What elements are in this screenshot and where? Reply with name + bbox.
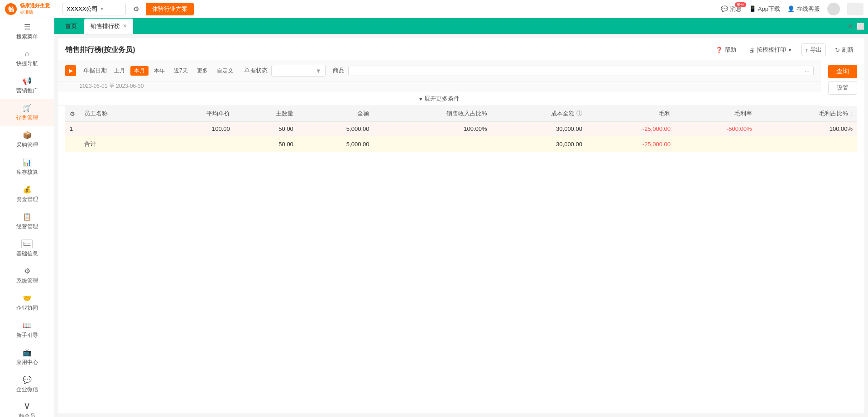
expand-more-button[interactable]: ▾ 展开更多条件 <box>419 95 460 103</box>
system-icon: ⚙ <box>24 267 30 275</box>
date-tab-custom[interactable]: 自定义 <box>213 66 237 76</box>
total-gross-profit: -25,000.00 <box>587 136 675 152</box>
th-gross-rate: 毛利率 <box>675 106 757 122</box>
date-label: 单据日期 <box>83 67 107 75</box>
th-cost-amount: 成本全额 ⓘ <box>492 106 587 122</box>
date-range-display: 2023-06-01 至 2023-06-30 <box>58 81 821 92</box>
cost-info-icon: ⓘ <box>576 110 582 117</box>
status-select[interactable]: ▼ <box>271 65 326 77</box>
svg-text:畅: 畅 <box>8 6 14 13</box>
date-tab-more[interactable]: 更多 <box>193 66 211 76</box>
date-tabs: 上月 本月 本年 近7天 更多 自定义 <box>110 66 237 76</box>
total-spacer <box>65 136 80 152</box>
date-filter-group: 单据日期 上月 本月 本年 近7天 更多 自定义 <box>83 66 237 76</box>
refresh-button[interactable]: ↻ 刷新 <box>831 44 857 56</box>
marketing-icon: 📢 <box>23 77 32 85</box>
message-badge: 99+ <box>735 2 746 7</box>
date-tab-last-month[interactable]: 上月 <box>110 66 129 76</box>
export-icon: ↑ <box>806 47 809 53</box>
sidebar-item-operations[interactable]: 📋 经营管理 <box>0 208 54 235</box>
page-title: 销售排行榜(按业务员) <box>65 45 135 55</box>
th-gross-pct: 毛利占比% ↕ <box>757 106 857 122</box>
content-area: 首页 销售排行榜 ✕ ✕ ⬜ 销售排行榜(按业务员) ❓ 帮助 <box>54 18 868 417</box>
th-amount: 全额 <box>298 106 374 122</box>
help-icon: ❓ <box>715 47 723 53</box>
app-icon: 📱 <box>749 5 756 12</box>
avatar[interactable] <box>827 3 840 15</box>
table-body: 1 100.00 50.00 5,000.00 100.00% 30,000.0… <box>65 122 857 136</box>
top-right-actions: 💬 消息 99+ 📱 App下载 👤 在线客服 <box>721 3 863 15</box>
table-footer: 合计 50.00 5,000.00 30,000.00 -25,000.00 <box>65 136 857 152</box>
sidebar-item-finance[interactable]: 💰 资金管理 <box>0 181 54 208</box>
sidebar-item-inventory[interactable]: 📊 库存核算 <box>0 153 54 181</box>
sidebar-item-search-menu[interactable]: ☰ 搜索菜单 <box>0 18 54 45</box>
total-avg-price <box>157 136 235 152</box>
quick-nav-icon: ⌂ <box>25 50 29 58</box>
print-chevron-icon: ▼ <box>788 48 792 53</box>
template-print-button[interactable]: 🖨 按模板打印 ▼ <box>745 44 796 56</box>
app-download-button[interactable]: 📱 App下载 <box>749 5 780 13</box>
sidebar-item-app-center[interactable]: 📺 应用中心 <box>0 344 54 371</box>
date-tab-7days[interactable]: 近7天 <box>170 66 192 76</box>
message-button[interactable]: 💬 消息 99+ <box>721 5 742 13</box>
main-layout: ☰ 搜索菜单 ⌂ 快捷导航 📢 营销推广 🛒 销售管理 📦 采购管理 📊 库存核… <box>0 18 868 417</box>
total-label: 合计 <box>80 136 157 152</box>
basic-info-icon: EΞ <box>21 240 33 248</box>
trial-button[interactable]: 体验行业方案 <box>146 3 194 15</box>
sidebar-item-system[interactable]: ⚙ 系统管理 <box>0 262 54 289</box>
status-chevron-icon: ▼ <box>316 67 321 74</box>
date-tab-this-year[interactable]: 本年 <box>150 66 168 76</box>
enterprise-icon: 🤝 <box>23 294 32 302</box>
date-range-text: 2023-06-01 至 2023-06-30 <box>80 83 144 89</box>
sidebar-item-member[interactable]: V 畅会员 <box>0 398 54 417</box>
sidebar-item-purchase-mgmt[interactable]: 📦 采购管理 <box>0 126 54 153</box>
sidebar-item-basic-info[interactable]: EΞ 基础信息 <box>0 235 54 262</box>
sidebar-item-sales-mgmt[interactable]: 🛒 销售管理 <box>0 99 54 126</box>
total-gross-pct <box>757 136 857 152</box>
tab-sales-ranking[interactable]: 销售排行榜 ✕ <box>84 19 133 34</box>
total-quantity: 50.00 <box>235 136 298 152</box>
tab-home[interactable]: 首页 <box>58 19 84 34</box>
sidebar-item-guide[interactable]: 📖 新手引导 <box>0 316 54 344</box>
tab-bar-actions: ✕ ⬜ <box>848 23 864 30</box>
purchase-mgmt-icon: 📦 <box>23 131 32 139</box>
company-name: XXXXX公司 <box>67 5 98 13</box>
cell-name <box>80 122 157 136</box>
window-maximize-button[interactable]: ⬜ <box>857 23 864 30</box>
cell-rank: 1 <box>65 122 80 136</box>
goods-filter-group: 商品 ··· <box>333 66 814 76</box>
sidebar-item-wechat[interactable]: 💬 企业微信 <box>0 371 54 398</box>
expand-chevron-icon: ▾ <box>419 96 422 102</box>
logo-text: 畅康通好生意 标准版 <box>20 2 50 15</box>
sidebar: ☰ 搜索菜单 ⌂ 快捷导航 📢 营销推广 🛒 销售管理 📦 采购管理 📊 库存核… <box>0 18 54 417</box>
cell-avg-price: 100.00 <box>157 122 235 136</box>
filter-bar-row1: ▶ 单据日期 上月 本月 本年 近7天 更多 自定义 <box>58 60 821 81</box>
settings-button[interactable]: 设置 <box>828 81 857 95</box>
export-button[interactable]: ↑ 导出 <box>801 43 826 56</box>
tab-bar: 首页 销售排行榜 ✕ ✕ ⬜ <box>54 18 868 34</box>
gear-button[interactable]: ⚙ <box>129 3 142 15</box>
sort-icon: ↕ <box>850 110 853 117</box>
cell-cost-amount: 30,000.00 <box>492 122 587 136</box>
total-gross-rate <box>675 136 757 152</box>
inventory-icon: 📊 <box>23 158 32 167</box>
query-button[interactable]: 查询 <box>828 65 857 78</box>
expand-arrow[interactable]: ▶ <box>65 65 76 76</box>
date-tab-this-month[interactable]: 本月 <box>130 66 149 76</box>
online-service-button[interactable]: 👤 在线客服 <box>787 5 820 13</box>
page-actions: ❓ 帮助 🖨 按模板打印 ▼ ↑ 导出 ↻ 刷新 <box>712 43 857 56</box>
company-selector[interactable]: XXXXX公司 ▼ <box>62 3 126 15</box>
table-settings-icon[interactable]: ⚙ <box>70 110 75 117</box>
goods-select[interactable]: ··· <box>348 66 814 76</box>
print-icon: 🖨 <box>749 47 755 53</box>
sidebar-item-quick-nav[interactable]: ⌂ 快捷导航 <box>0 45 54 72</box>
th-settings[interactable]: ⚙ <box>65 106 80 122</box>
logo: 畅 畅康通好生意 标准版 <box>5 2 59 15</box>
tab-close-icon[interactable]: ✕ <box>123 23 127 29</box>
help-button[interactable]: ❓ 帮助 <box>712 44 740 56</box>
guide-icon: 📖 <box>23 321 32 330</box>
page-header: 销售排行榜(按业务员) ❓ 帮助 🖨 按模板打印 ▼ ↑ 导出 <box>58 38 864 60</box>
window-close-button[interactable]: ✕ <box>848 23 853 30</box>
sidebar-item-marketing[interactable]: 📢 营销推广 <box>0 72 54 99</box>
sidebar-item-enterprise[interactable]: 🤝 企业协同 <box>0 289 54 316</box>
